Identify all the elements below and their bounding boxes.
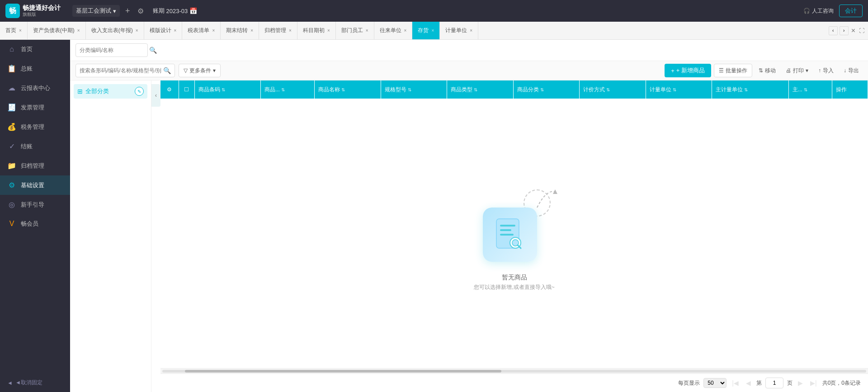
- curved-arrow-svg: [533, 185, 560, 212]
- sidebar-item-cloud-report[interactable]: ☁ 云报表中心: [0, 78, 70, 98]
- col-spec[interactable]: 规格型号 ⇅: [381, 80, 447, 99]
- tab-label: 期末结转: [226, 27, 248, 34]
- tab-measure-unit[interactable]: 计量单位 ×: [440, 22, 478, 39]
- tab-close-icon[interactable]: ×: [289, 28, 292, 33]
- col-name[interactable]: 商品名称 ⇅: [315, 80, 381, 99]
- col-main-unit[interactable]: 主计量单位 ⇅: [712, 80, 789, 99]
- import-label: 导入: [823, 67, 834, 75]
- col-main-abbr[interactable]: 主... ⇅: [788, 80, 832, 99]
- tab-expand-button[interactable]: ⛶: [857, 28, 866, 34]
- sidebar-item-basic-settings[interactable]: ⚙ 基础设置: [0, 175, 70, 195]
- settings-header-button[interactable]: ⚙: [136, 5, 146, 17]
- customer-service-btn[interactable]: 🎧 人工咨询: [803, 7, 834, 15]
- tab-close-icon[interactable]: ×: [250, 28, 253, 33]
- category-search-input[interactable]: [80, 47, 147, 53]
- sidebar-item-member[interactable]: V 畅会员: [0, 214, 70, 233]
- tab-dept-employee[interactable]: 部门员工 ×: [336, 22, 374, 39]
- sidebar-item-home[interactable]: ⌂ 首页: [0, 40, 70, 59]
- tab-close-icon[interactable]: ×: [404, 28, 407, 33]
- tab-close-icon[interactable]: ×: [327, 28, 330, 33]
- scrollbar-thumb[interactable]: [185, 370, 501, 373]
- page-suffix: 页: [787, 379, 793, 387]
- company-selector[interactable]: 基层工会测试 ▾: [72, 5, 120, 17]
- sort-icon: ⇅: [408, 87, 411, 92]
- tab-close-icon[interactable]: ×: [136, 28, 138, 33]
- tab-close-icon[interactable]: ×: [470, 28, 472, 33]
- first-page-button[interactable]: |◀: [730, 378, 741, 387]
- tab-balance-sheet[interactable]: 资产负债表(中期) ×: [28, 22, 86, 39]
- tab-close-icon[interactable]: ×: [431, 28, 434, 33]
- print-dropdown-icon: ▾: [806, 67, 808, 74]
- import-button[interactable]: ↑ 导入: [815, 64, 837, 77]
- period-value: 2023-03: [166, 8, 188, 14]
- tab-income-report[interactable]: 收入支出表(年报) ×: [86, 22, 144, 39]
- edit-category-button[interactable]: ✎: [135, 87, 144, 96]
- tab-label: 税表清单: [188, 27, 209, 34]
- sort-icon: ⇅: [474, 87, 477, 92]
- next-page-button[interactable]: ▶: [796, 378, 805, 387]
- tab-template-design[interactable]: 模版设计 ×: [144, 22, 183, 39]
- main-search-input[interactable]: [80, 67, 161, 74]
- last-page-button[interactable]: ▶|: [808, 378, 819, 387]
- export-label: 导出: [848, 67, 859, 75]
- tab-archive-mgmt[interactable]: 归档管理 ×: [259, 22, 297, 39]
- account-button[interactable]: 会计: [839, 5, 863, 17]
- all-categories-item[interactable]: ⊞ 全部分类 ✎: [74, 84, 147, 99]
- sidebar-item-ledger[interactable]: 📋 总账: [0, 59, 70, 78]
- prev-page-button[interactable]: ◀: [744, 378, 753, 387]
- tab-clients[interactable]: 往来单位 ×: [374, 22, 413, 39]
- move-button[interactable]: ⇅ 移动: [755, 64, 779, 77]
- col-category[interactable]: 商品分类 ⇅: [513, 80, 579, 99]
- tab-next-button[interactable]: ›: [840, 26, 849, 35]
- empty-main-icon: [483, 208, 537, 262]
- tab-close-all-button[interactable]: ×: [849, 27, 857, 35]
- tab-close-icon[interactable]: ×: [366, 28, 368, 33]
- all-categories-label: 全部分类: [85, 87, 109, 95]
- collapse-panel-button[interactable]: ‹: [151, 84, 160, 107]
- tab-home[interactable]: 首页 ×: [0, 22, 28, 39]
- settings-col-header[interactable]: ⚙: [160, 80, 179, 99]
- sidebar-item-invoice[interactable]: 🧾 发票管理: [0, 98, 70, 117]
- sort-icon: ⇅: [673, 87, 676, 92]
- tab-close-icon[interactable]: ×: [19, 28, 22, 33]
- grid-icon: ⊞: [77, 88, 83, 95]
- tab-label: 归档管理: [264, 27, 286, 34]
- sidebar-item-archive[interactable]: 📁 归档管理: [0, 156, 70, 175]
- chevron-down-icon: ▾: [213, 67, 216, 74]
- per-page-select[interactable]: 50 20 100: [703, 378, 726, 388]
- filter-search-icon[interactable]: 🔍: [163, 67, 171, 74]
- check-col-header[interactable]: ☐: [179, 80, 194, 99]
- cancel-fixed-btn[interactable]: ◄ ◄取消固定: [0, 373, 70, 392]
- sidebar: ⌂ 首页 📋 总账 ☁ 云报表中心 🧾 发票管理 💰 税务管理 ✓ 结账 📁 归…: [0, 40, 70, 392]
- col-actions: 操作: [832, 80, 868, 99]
- col-barcode[interactable]: 商品条码 ⇅: [194, 80, 260, 99]
- export-button[interactable]: ↓ 导出: [840, 64, 863, 77]
- tab-subject-init[interactable]: 科目期初 ×: [297, 22, 336, 39]
- invoice-icon: 🧾: [7, 103, 16, 112]
- calendar-icon[interactable]: 📅: [189, 7, 197, 14]
- tab-prev-button[interactable]: ‹: [829, 26, 838, 35]
- tab-period-transfer[interactable]: 期末结转 ×: [221, 22, 259, 39]
- col-type[interactable]: 商品类型 ⇅: [447, 80, 513, 99]
- sidebar-item-label: 基础设置: [21, 181, 44, 189]
- sidebar-item-tax[interactable]: 💰 税务管理: [0, 117, 70, 137]
- sidebar-item-closing[interactable]: ✓ 结账: [0, 137, 70, 156]
- batch-operation-button[interactable]: ☰ 批量操作: [714, 64, 752, 77]
- print-button[interactable]: 🖨 打印 ▾: [782, 64, 812, 77]
- page-number-input[interactable]: [765, 378, 783, 388]
- tab-inventory[interactable]: 存货 ×: [412, 22, 440, 39]
- import-icon: ↑: [818, 67, 821, 74]
- col-pricing[interactable]: 计价方式 ⇅: [580, 80, 646, 99]
- col-unit[interactable]: 计量单位 ⇅: [646, 80, 712, 99]
- tab-tax-list[interactable]: 税表清单 ×: [182, 22, 221, 39]
- search-icon[interactable]: 🔍: [149, 47, 157, 54]
- add-product-button[interactable]: + + 新增商品: [665, 64, 711, 77]
- tab-close-icon[interactable]: ×: [212, 28, 215, 33]
- tab-close-icon[interactable]: ×: [77, 28, 80, 33]
- more-conditions-button[interactable]: ▽ 更多条件 ▾: [179, 64, 221, 77]
- add-company-button[interactable]: +: [123, 5, 132, 18]
- horizontal-scrollbar[interactable]: [160, 368, 868, 373]
- sidebar-item-guide[interactable]: ◎ 新手引导: [0, 195, 70, 214]
- col-code[interactable]: 商品... ⇅: [260, 80, 314, 99]
- tab-close-icon[interactable]: ×: [174, 28, 177, 33]
